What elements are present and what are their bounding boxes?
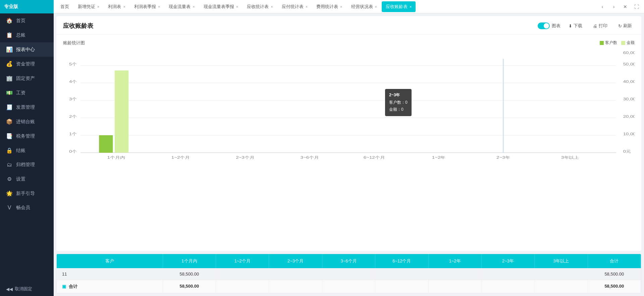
print-button[interactable]: 🖨 打印	[590, 21, 610, 30]
print-label: 打印	[599, 23, 607, 29]
close-icon[interactable]: ×	[97, 5, 99, 9]
cell-y23	[482, 268, 535, 280]
salary-icon: 💵	[6, 90, 13, 96]
tab-expense-label: 费用统计表	[316, 4, 338, 10]
tab-fullscreen-button[interactable]: ⛶	[632, 2, 641, 11]
sidebar-item-close[interactable]: 🔒 结账	[0, 143, 54, 158]
gear-icon: ⚙	[6, 176, 13, 182]
sidebar-item-ledger[interactable]: 📋 总账	[0, 28, 54, 42]
sidebar-item-tax[interactable]: 📑 税务管理	[0, 129, 54, 143]
sidebar-item-home[interactable]: 🏠 首页	[0, 13, 54, 28]
cell-m23	[269, 268, 322, 280]
tab-expense[interactable]: 费用统计表 ×	[312, 1, 346, 12]
tab-prev-button[interactable]: ‹	[598, 2, 607, 11]
tab-profit[interactable]: 利润表 ×	[104, 1, 129, 12]
svg-text:2~3年: 2~3年	[496, 155, 510, 159]
ledger-icon: 📋	[6, 32, 13, 38]
guide-icon: 🌟	[6, 190, 13, 197]
invoice-icon: 🧾	[6, 104, 13, 110]
sidebar-item-guide[interactable]: 🌟 新手引导	[0, 186, 54, 201]
capital-icon: 💰	[6, 61, 13, 67]
sidebar-item-stock[interactable]: 📦 进销台账	[0, 114, 54, 129]
legend-amount-dot	[621, 41, 625, 45]
download-button[interactable]: ⬇ 下载	[566, 21, 585, 30]
close-icon[interactable]: ×	[193, 5, 195, 9]
refresh-button[interactable]: ↻ 刷新	[615, 21, 635, 30]
print-icon: 🖨	[593, 23, 597, 29]
sidebar-item-label: 发票管理	[16, 104, 35, 110]
total-icon: ▣	[62, 284, 66, 289]
download-label: 下载	[574, 23, 582, 29]
cell-total-m36	[322, 280, 375, 293]
close-icon[interactable]: ×	[271, 5, 273, 9]
th-y23: 2~3年	[482, 254, 535, 268]
svg-text:1个月内: 1个月内	[107, 155, 125, 159]
sidebar-item-report[interactable]: 📊 报表中心	[0, 42, 54, 57]
sidebar-item-label: 进销台账	[16, 119, 35, 125]
close-icon[interactable]: ×	[306, 5, 308, 9]
sidebar-item-capital[interactable]: 💰 资金管理	[0, 57, 54, 71]
tab-ap-stat-label: 应付统计表	[282, 4, 304, 10]
bar-customer-m1[interactable]	[99, 135, 113, 153]
refresh-label: 刷新	[623, 23, 632, 29]
sidebar-item-vip[interactable]: V 畅会员	[0, 201, 54, 215]
svg-text:1个: 1个	[69, 132, 77, 136]
svg-text:6~12个月: 6~12个月	[364, 155, 385, 159]
close-icon[interactable]: ×	[123, 5, 125, 9]
cell-total-y3plus	[535, 280, 588, 293]
chart-title: 账龄统计图	[63, 40, 635, 46]
cell-total-label: ▣ 合计	[57, 280, 163, 293]
sidebar-item-salary[interactable]: 💵 工资	[0, 86, 54, 100]
table-section: 客户 1个月内 1~2个月 2~3个月 3~6个月 6~12个月 1~2年 2~…	[56, 254, 641, 293]
legend-customer: 客户数	[600, 40, 617, 46]
tab-profit-q[interactable]: 利润表季报 ×	[130, 1, 164, 12]
stock-icon: 📦	[6, 118, 13, 125]
sidebar-item-archive[interactable]: 🗂 归档管理	[0, 158, 54, 172]
close-icon[interactable]: ×	[375, 5, 377, 9]
sidebar-item-invoice[interactable]: 🧾 发票管理	[0, 100, 54, 114]
close-icon[interactable]: ×	[410, 5, 412, 9]
tab-cashflow-q-label: 现金流量表季报	[204, 4, 234, 10]
svg-text:10,000.00元: 10,000.00元	[623, 132, 635, 136]
legend-amount-label: 金额	[627, 40, 635, 46]
sidebar-pin-toggle[interactable]: ◀◀ 取消固定	[0, 282, 54, 296]
sidebar-item-asset[interactable]: 🏢 固定资产	[0, 71, 54, 86]
legend-customer-label: 客户数	[605, 40, 617, 46]
th-m612: 6~12个月	[375, 254, 428, 268]
sidebar-item-settings[interactable]: ⚙ 设置	[0, 172, 54, 186]
tab-cashflow-q[interactable]: 现金流量表季报 ×	[200, 1, 242, 12]
svg-text:2~3个月: 2~3个月	[236, 155, 254, 159]
close-icon[interactable]: ×	[236, 5, 238, 9]
sidebar-item-label: 资金管理	[16, 61, 35, 67]
chart-legend: 客户数 金额	[600, 40, 635, 46]
sidebar-item-label: 税务管理	[16, 133, 35, 139]
svg-text:50,000.00元: 50,000.00元	[623, 62, 635, 66]
tab-home[interactable]: 首页	[56, 1, 73, 12]
sidebar-item-label: 设置	[16, 176, 25, 182]
tab-next-button[interactable]: ›	[609, 2, 619, 11]
tab-close-all-button[interactable]: ✕	[621, 2, 630, 11]
sidebar-item-label: 畅会员	[16, 205, 30, 211]
cell-customer: 11	[57, 268, 163, 280]
tab-ar-stat[interactable]: 应收统计表 ×	[243, 1, 277, 12]
tab-operation[interactable]: 经营状况表 ×	[347, 1, 381, 12]
tab-cashflow[interactable]: 现金流量表 ×	[165, 1, 199, 12]
refresh-icon: ↻	[618, 23, 622, 29]
tab-voucher[interactable]: 新增凭证 ×	[74, 1, 103, 12]
tab-bar-actions: ‹ › ✕ ⛶	[598, 2, 641, 11]
sidebar-item-label: 首页	[16, 18, 25, 24]
bar-amount-m1[interactable]	[115, 70, 128, 153]
close-icon[interactable]: ×	[158, 5, 160, 9]
toggle-track[interactable]	[538, 22, 550, 29]
tab-ar-age-label: 应收账龄表	[386, 4, 408, 10]
tab-ap-stat[interactable]: 应付统计表 ×	[278, 1, 312, 12]
tab-ar-age[interactable]: 应收账龄表 ×	[382, 1, 416, 12]
chart-toggle[interactable]: 图表	[538, 22, 560, 29]
home-icon: 🏠	[6, 17, 13, 24]
close-icon[interactable]: ×	[340, 5, 342, 9]
chart-section: 账龄统计图 客户数 金额 0个 1个 2个 3个	[56, 35, 641, 251]
table-row: 11 58,500.00 58,500.00	[57, 268, 641, 280]
svg-text:40,000.00元: 40,000.00元	[623, 80, 635, 84]
svg-text:3年以上: 3年以上	[561, 155, 579, 159]
cell-m1: 58,500.00	[163, 268, 216, 280]
